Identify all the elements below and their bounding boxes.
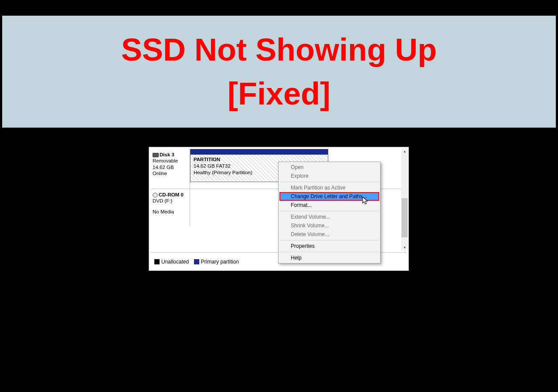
menu-item-explore: Explore <box>279 172 379 180</box>
menu-item-help[interactable]: Help <box>279 253 379 262</box>
menu-item-properties[interactable]: Properties <box>279 242 379 250</box>
disk-size: 14.62 GB <box>153 164 188 170</box>
disk-status: No Media <box>153 209 188 215</box>
disk-info-panel[interactable]: CD-ROM 0 DVD (F:) No Media <box>151 189 190 226</box>
scroll-thumb[interactable] <box>401 198 408 237</box>
partition-header-bar <box>191 149 328 155</box>
menu-item-shrink-volume: Shrink Volume... <box>279 221 379 230</box>
menu-item-open: Open <box>279 163 379 172</box>
cdrom-icon <box>153 193 158 198</box>
scroll-up-button[interactable]: ▴ <box>401 148 408 155</box>
banner-title: SSD Not Showing Up [Fixed] <box>121 28 437 116</box>
menu-separator <box>280 252 378 252</box>
partition-context-menu: OpenExploreMark Partition as ActiveChang… <box>278 162 381 264</box>
menu-separator <box>280 240 378 240</box>
menu-item-change-drive-letter-and-paths[interactable]: Change Drive Letter and Paths... <box>279 192 379 201</box>
menu-item-extend-volume: Extend Volume... <box>279 213 379 221</box>
title-banner: SSD Not Showing Up [Fixed] <box>2 16 556 128</box>
banner-title-line1: SSD Not Showing Up <box>121 32 437 67</box>
menu-item-mark-partition-as-active: Mark Partition as Active <box>279 183 379 192</box>
legend-swatch-unallocated <box>154 259 160 264</box>
legend-label-primary: Primary partition <box>201 259 239 265</box>
disk-status: Online <box>153 170 188 176</box>
disk-name: CD-ROM 0 <box>159 192 184 197</box>
banner-title-line2: [Fixed] <box>228 76 330 111</box>
disk-type: DVD (F:) <box>153 198 188 204</box>
disk-type: Removable <box>153 158 188 164</box>
disk-info-panel[interactable]: Disk 3 Removable 14.62 GB Online <box>151 149 190 189</box>
menu-separator <box>280 182 378 182</box>
legend-swatch-primary <box>194 259 199 264</box>
menu-separator <box>280 211 378 211</box>
scrollbar[interactable]: ▴ ▾ <box>401 148 408 251</box>
legend-label-unallocated: Unallocated <box>161 259 189 265</box>
scroll-down-button[interactable]: ▾ <box>401 244 408 251</box>
menu-item-format[interactable]: Format... <box>279 201 379 210</box>
disk-name: Disk 3 <box>160 152 174 157</box>
menu-item-delete-volume: Delete Volume... <box>279 230 379 239</box>
disk-icon <box>153 153 159 157</box>
